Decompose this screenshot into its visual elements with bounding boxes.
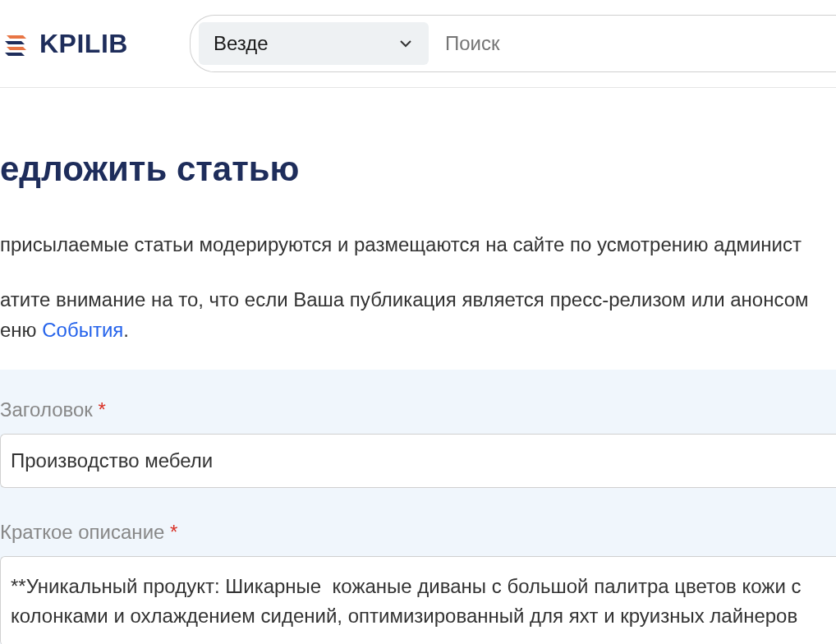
content: едложить статью присылаемые статьи модер… [0, 88, 836, 644]
info-text-2: атите внимание на то, что если Ваша публ… [0, 284, 836, 345]
search-input[interactable] [445, 32, 828, 55]
search-container: Везде [190, 15, 836, 72]
info-text-1: присылаемые статьи модерируются и размещ… [0, 230, 836, 260]
search-scope-select[interactable]: Везде [199, 22, 429, 65]
info-text-2-part1: атите внимание на то, что если Ваша публ… [0, 288, 809, 310]
title-label: Заголовок * [0, 398, 836, 421]
required-asterisk: * [170, 521, 177, 543]
page-title: едложить статью [0, 150, 836, 189]
events-link[interactable]: События [42, 319, 123, 341]
title-input[interactable] [0, 434, 836, 488]
form-title-section: Заголовок * [0, 370, 836, 508]
period: . [123, 319, 129, 341]
logo-icon [0, 27, 33, 60]
logo[interactable]: KPILIB [0, 27, 128, 60]
form-description-section: Краткое описание * [0, 508, 836, 644]
info-text-2-part2: еню [0, 319, 42, 341]
chevron-down-icon [397, 35, 414, 52]
description-label: Краткое описание * [0, 521, 836, 544]
header: KPILIB Везде [0, 0, 836, 88]
logo-text: KPILIB [39, 29, 128, 59]
search-select-text: Везде [214, 32, 269, 55]
required-asterisk: * [99, 398, 106, 421]
description-textarea[interactable] [0, 556, 836, 644]
